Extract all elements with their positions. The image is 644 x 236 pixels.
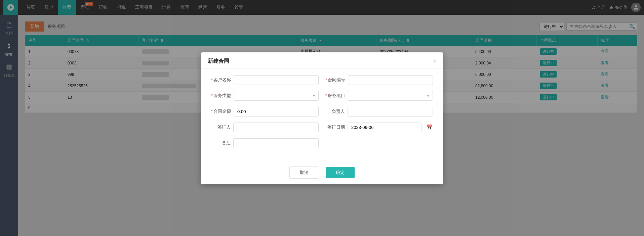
sign-date-label: 签订日期 (325, 124, 345, 130)
remarks-label: 备注 (211, 140, 231, 146)
modal-title: 新建合同 (208, 58, 229, 65)
service-type-select-wrap: ▼ (234, 91, 319, 101)
form-row-1: *客户名称 *合同编号 (211, 75, 433, 85)
contract-no-input[interactable] (348, 75, 433, 85)
field-service-item: *服务项目 ▼ (325, 91, 433, 101)
new-contract-modal: 新建合同 × *客户名称 *合同编号 (201, 52, 443, 184)
service-item-select[interactable] (348, 91, 433, 101)
modal-overlay[interactable]: 新建合同 × *客户名称 *合同编号 (0, 0, 644, 236)
person-in-charge-label: 负责人 (325, 108, 345, 114)
field-person-in-charge: 负责人 (325, 107, 433, 116)
service-type-label: *服务类型 (211, 93, 231, 99)
field-signer: 签订人 (211, 123, 319, 132)
field-customer-name: *客户名称 (211, 75, 319, 85)
field-remarks: 备注 (211, 138, 319, 148)
service-item-select-wrap: ▼ (348, 91, 433, 101)
form-row-3: *合同金额 负责人 (211, 107, 433, 116)
form-row-5: 备注 (211, 138, 433, 148)
field-sign-date: 签订日期 📅 (325, 123, 433, 132)
form-row-2: *服务类型 ▼ *服务项目 ▼ (211, 91, 433, 101)
remarks-input[interactable] (233, 138, 319, 148)
form-row-4: 签订人 签订日期 📅 (211, 123, 433, 132)
person-in-charge-input[interactable] (348, 107, 433, 116)
customer-name-label: *客户名称 (211, 77, 231, 83)
service-type-select[interactable] (234, 91, 319, 101)
cancel-button[interactable]: 取消 (289, 167, 319, 179)
service-item-label: *服务项目 (325, 93, 345, 99)
field-service-type: *服务类型 ▼ (211, 91, 319, 101)
modal-body: *客户名称 *合同编号 *服务类型 (201, 68, 443, 161)
confirm-button[interactable]: 确定 (326, 167, 355, 178)
field-contract-amount: *合同金额 (211, 107, 319, 116)
signer-label: 签订人 (211, 124, 231, 130)
contract-amount-input[interactable] (234, 107, 319, 116)
contract-no-label: *合同编号 (325, 77, 345, 83)
field-contract-no: *合同编号 (325, 75, 433, 85)
close-button[interactable]: × (433, 58, 436, 64)
modal-footer: 取消 确定 (201, 161, 443, 184)
calendar-icon[interactable]: 📅 (426, 124, 433, 131)
modal-header: 新建合同 × (201, 52, 443, 68)
sign-date-input[interactable] (348, 123, 421, 132)
customer-name-input[interactable] (234, 75, 319, 85)
signer-input[interactable] (233, 123, 319, 132)
contract-amount-label: *合同金额 (211, 108, 231, 114)
